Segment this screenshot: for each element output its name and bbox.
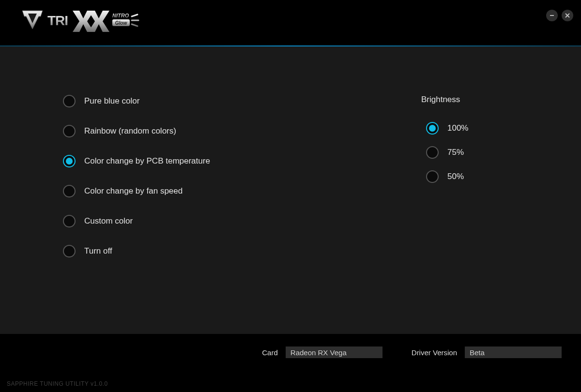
minimize-icon [549, 13, 555, 18]
driver-field: Driver Version Beta [412, 347, 562, 358]
svg-text:NITRO: NITRO [112, 13, 129, 18]
mode-label: Turn off [84, 246, 112, 256]
brand-logo: TRI NITRO Glow [19, 8, 140, 35]
mode-option-pure-blue[interactable]: Pure blue color [63, 95, 373, 107]
status-fields: Card Radeon RX Vega Driver Version Beta [0, 334, 581, 358]
mode-option-custom[interactable]: Custom color [63, 215, 373, 227]
radio-icon [63, 185, 76, 197]
mode-label: Rainbow (random colors) [84, 126, 176, 136]
window-controls [546, 10, 573, 21]
app-credit: SAPPHIRE TUNING UTILITY v1.0.0 [0, 380, 581, 392]
radio-icon [426, 146, 439, 159]
radio-icon [63, 245, 76, 257]
mode-label: Pure blue color [84, 96, 139, 106]
color-mode-group: Pure blue color Rainbow (random colors) … [63, 95, 373, 334]
card-label: Card [262, 348, 278, 357]
brightness-option-50[interactable]: 50% [426, 170, 528, 183]
trixx-logo-icon: TRI NITRO Glow [19, 8, 140, 35]
mode-option-pcb-temp[interactable]: Color change by PCB temperature [63, 155, 373, 167]
mode-option-fan-speed[interactable]: Color change by fan speed [63, 185, 373, 197]
radio-icon [63, 125, 76, 137]
mode-label: Color change by fan speed [84, 186, 183, 196]
svg-text:Glow: Glow [115, 20, 128, 26]
card-value[interactable]: Radeon RX Vega [286, 347, 382, 358]
minimize-button[interactable] [546, 10, 558, 21]
mode-option-turn-off[interactable]: Turn off [63, 245, 373, 257]
card-field: Card Radeon RX Vega [262, 347, 382, 358]
brightness-title: Brightness [421, 95, 528, 105]
brightness-label: 100% [447, 123, 468, 133]
titlebar: TRI NITRO Glow [0, 0, 581, 45]
app-window: TRI NITRO Glow [0, 0, 581, 392]
mode-label: Color change by PCB temperature [84, 156, 210, 166]
radio-icon [426, 122, 439, 135]
radio-icon [63, 95, 76, 107]
brightness-label: 75% [447, 148, 464, 157]
brightness-option-100[interactable]: 100% [426, 122, 528, 135]
brightness-label: 50% [447, 172, 464, 181]
radio-icon [63, 155, 76, 167]
mode-option-rainbow[interactable]: Rainbow (random colors) [63, 125, 373, 137]
radio-icon [63, 215, 76, 227]
brightness-group: Brightness 100% 75% 50% [373, 95, 528, 334]
driver-label: Driver Version [412, 348, 457, 357]
close-button[interactable] [562, 10, 573, 21]
content-area: Pure blue color Rainbow (random colors) … [0, 46, 581, 334]
brightness-option-75[interactable]: 75% [426, 146, 528, 159]
svg-text:TRI: TRI [47, 13, 68, 28]
driver-value[interactable]: Beta [465, 347, 562, 358]
radio-icon [426, 170, 439, 183]
statusbar: Card Radeon RX Vega Driver Version Beta … [0, 334, 581, 392]
mode-label: Custom color [84, 216, 133, 226]
close-icon [565, 13, 570, 18]
